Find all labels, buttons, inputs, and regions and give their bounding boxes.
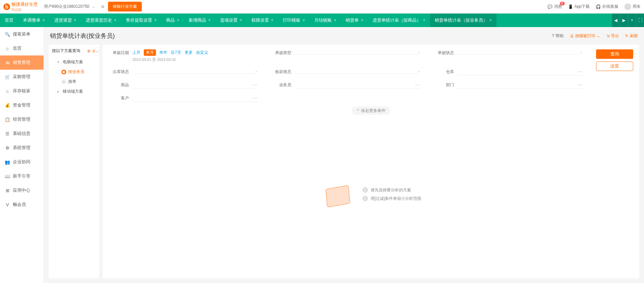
close-icon[interactable]: × — [334, 18, 336, 23]
close-icon[interactable]: × — [271, 18, 273, 23]
gear-icon[interactable]: ⚙ — [101, 4, 105, 9]
tab-9[interactable]: 打印模板× — [278, 14, 310, 27]
sidebar-item-2[interactable]: 🛍销售管理 — [0, 55, 44, 70]
out-status-select[interactable]: ⌄ — [132, 68, 258, 74]
sidebar-item-1[interactable]: ⌂首页 — [0, 41, 44, 55]
collapse-filters-button[interactable]: ⌃ 收起更多条件 — [352, 107, 390, 115]
nav-icon: ⚙ — [5, 145, 10, 150]
tab-prev[interactable]: ◀ — [612, 14, 620, 27]
avatar — [624, 3, 631, 10]
close-icon[interactable]: × — [114, 18, 116, 23]
scheme-title: 按以下方案查询 ⊕ ⊚ — [52, 48, 96, 54]
close-icon[interactable]: × — [154, 18, 157, 23]
more-icon: ⋯ — [578, 82, 583, 88]
collapse-scheme-button[interactable]: « — [95, 47, 100, 55]
warehouse-select[interactable]: ⋯ — [457, 68, 583, 75]
scheme-item-0-1[interactable]: ~按单 — [52, 77, 96, 87]
chevron-down-icon: ⌄ — [92, 5, 95, 8]
tab-close-all[interactable]: × — [628, 14, 636, 27]
query-button[interactable]: 查询 — [596, 49, 633, 59]
scheme-group-0[interactable]: ▾电脑端方案 — [52, 57, 96, 67]
close-icon[interactable]: × — [240, 18, 242, 23]
empty-state: 1请先选择要分析的方案 2用[过滤]条件来缩小分析范围 — [109, 115, 633, 274]
content: 销货单统计表(按业务员) ?帮助 🖨按模板打印 ⌄ ⇲导出 ↻刷新 按以下方案查… — [44, 27, 644, 283]
body-row: 按以下方案查询 ⊕ ⊚ « ▾电脑端方案◉按业务员~按单▸移动端方案 单据日期 … — [44, 45, 644, 283]
top-bar: b 畅捷通好生意 精品版 用户690企业1660120750 ⌄ ⚙ 体验行业方… — [0, 0, 644, 14]
tab-8[interactable]: 权限设置× — [247, 14, 278, 27]
sidebar-item-11[interactable]: ⊞应用中心 — [0, 183, 44, 197]
more-icon: ⋯ — [415, 82, 420, 88]
refresh-action[interactable]: ↻刷新 — [625, 33, 638, 39]
filter-pay-status: 收款状态 ⌄ — [271, 68, 420, 75]
tab-0[interactable]: 首页 — [0, 14, 18, 27]
date-range-近7天[interactable]: 近7天 — [171, 50, 181, 55]
tab-fullscreen[interactable]: ⛶ — [636, 14, 644, 27]
chevron-down-icon: ⌄ — [418, 50, 420, 54]
filter-date: 单据日期 上月本月本年近7天更多自定义 2023-03-01 至 2023-03… — [109, 49, 258, 62]
tab-10[interactable]: 月结锁账× — [310, 14, 341, 27]
bill-type-select[interactable]: ⌄ — [295, 49, 420, 55]
close-icon[interactable]: × — [361, 18, 363, 23]
tab-2[interactable]: 进货退货× — [50, 14, 81, 27]
tab-12[interactable]: 进货单统计表（按商品）× — [368, 14, 430, 27]
add-scheme-icon[interactable]: ⊕ — [87, 49, 90, 53]
user-menu[interactable]: 用友 — [624, 3, 641, 10]
close-icon[interactable]: × — [74, 18, 76, 23]
tab-next[interactable]: ▶ — [620, 14, 628, 27]
scheme-group-1[interactable]: ▸移动端方案 — [52, 87, 96, 96]
tab-7[interactable]: 选项设置× — [215, 14, 247, 27]
sidebar-item-7[interactable]: ☰基础信息 — [0, 126, 44, 141]
filter-dept: 部门 ⋯ — [434, 81, 583, 89]
app-download-link[interactable]: 📱 App下载 — [568, 4, 590, 9]
sidebar-item-3[interactable]: 🛒采购管理 — [0, 70, 44, 84]
export-icon: ⇲ — [606, 33, 610, 38]
date-range-上月[interactable]: 上月 — [132, 50, 140, 55]
nav-icon: ⌂ — [5, 46, 10, 51]
close-icon[interactable]: × — [489, 18, 492, 23]
close-icon[interactable]: × — [177, 18, 179, 23]
close-icon[interactable]: × — [423, 18, 425, 23]
messages-link[interactable]: 💬 消息 6 — [547, 4, 562, 9]
goods-select[interactable]: ⋯ — [132, 81, 258, 89]
dept-select[interactable]: ⋯ — [457, 81, 583, 89]
tab-1[interactable]: 本调整单× — [18, 14, 50, 27]
sidebar-item-4[interactable]: ⌂库存核算 — [0, 84, 44, 98]
date-range-更多[interactable]: 更多 — [185, 50, 193, 55]
print-action[interactable]: 🖨按模板打印 ⌄ — [570, 33, 600, 39]
chevron-up-icon: ⌃ — [356, 109, 360, 113]
chevron-down-icon: ⌄ — [418, 69, 420, 73]
date-range-自定义[interactable]: 自定义 — [196, 50, 208, 55]
sidebar-item-9[interactable]: 👥企业协同 — [0, 155, 44, 169]
close-icon[interactable]: × — [302, 18, 305, 23]
salesman-select[interactable]: ⋯ — [295, 81, 420, 89]
filter-customer: 客户 ⋯ — [109, 95, 258, 102]
close-icon[interactable]: × — [208, 18, 211, 23]
tab-5[interactable]: 商品× — [161, 14, 184, 27]
sidebar-item-5[interactable]: 💰资金管理 — [0, 98, 44, 112]
date-range-本年[interactable]: 本年 — [159, 50, 167, 55]
scheme-item-0-0[interactable]: ◉按业务员 — [52, 67, 96, 77]
tab-6[interactable]: 新增商品× — [184, 14, 215, 27]
sidebar-item-10[interactable]: 📖新手引导 — [0, 169, 44, 183]
setting-button[interactable]: 设置 — [596, 62, 633, 71]
customer-select[interactable]: ⋯ — [132, 95, 258, 102]
tab-3[interactable]: 进货退货历史× — [81, 14, 121, 27]
sidebar-item-6[interactable]: 📋经营管理 — [0, 112, 44, 126]
export-action[interactable]: ⇲导出 — [606, 33, 619, 39]
tab-4[interactable]: 售价提取设置× — [121, 14, 161, 27]
sidebar-item-0[interactable]: 🔍搜索菜单 — [0, 27, 44, 41]
tab-13[interactable]: 销货单统计表（按业务员）× — [430, 14, 497, 27]
org-select[interactable]: 用户690企业1660120750 ⌄ — [41, 2, 98, 11]
pay-status-select[interactable]: ⌄ — [295, 68, 420, 74]
cta-button[interactable]: 体验行业方案 — [108, 2, 142, 11]
date-range-本月[interactable]: 本月 — [144, 49, 156, 56]
close-icon[interactable]: × — [43, 18, 45, 23]
more-icon: ⋯ — [252, 95, 258, 101]
chevron-down-icon: ⌄ — [597, 33, 600, 38]
sidebar-item-12[interactable]: V畅会员 — [0, 197, 44, 212]
bill-status-select[interactable]: ⌄ — [457, 49, 583, 55]
sidebar-item-8[interactable]: ⚙系统管理 — [0, 141, 44, 155]
support-link[interactable]: 🎧 在线客服 — [596, 4, 618, 9]
tab-11[interactable]: 销货单× — [341, 14, 368, 27]
help-action[interactable]: ?帮助 — [552, 33, 564, 39]
